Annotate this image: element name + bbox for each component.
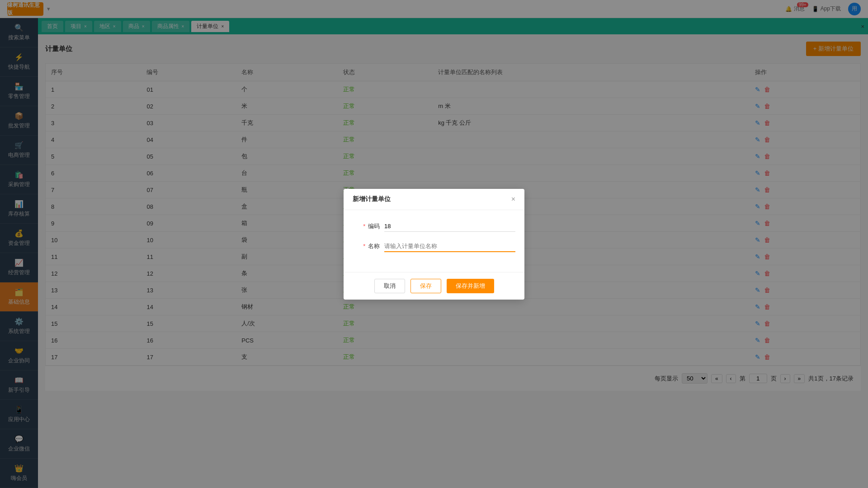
name-label-text: 名称 — [368, 243, 380, 249]
modal-close-button[interactable]: × — [511, 195, 515, 203]
add-measure-unit-modal: 新增计量单位 × * 编码 * 名称 取消 保存 保存并新增 — [344, 189, 524, 300]
modal-body: * 编码 * 名称 — [344, 210, 524, 272]
modal-title: 新增计量单位 — [353, 195, 391, 203]
code-input[interactable] — [384, 221, 515, 232]
code-label-text: 编码 — [368, 223, 380, 230]
required-star: * — [363, 223, 365, 230]
save-button[interactable]: 保存 — [410, 279, 441, 293]
name-form-row: * 名称 — [353, 241, 515, 252]
code-form-row: * 编码 — [353, 221, 515, 232]
modal-header: 新增计量单位 × — [344, 189, 524, 210]
required-star-2: * — [363, 243, 365, 249]
name-input[interactable] — [384, 241, 515, 252]
name-label: * 名称 — [353, 242, 380, 250]
modal-overlay: 新增计量单位 × * 编码 * 名称 取消 保存 保存并新增 — [0, 0, 868, 488]
modal-footer: 取消 保存 保存并新增 — [344, 272, 524, 300]
save-and-new-button[interactable]: 保存并新增 — [447, 279, 494, 293]
cancel-button[interactable]: 取消 — [374, 279, 405, 293]
code-label: * 编码 — [353, 222, 380, 230]
